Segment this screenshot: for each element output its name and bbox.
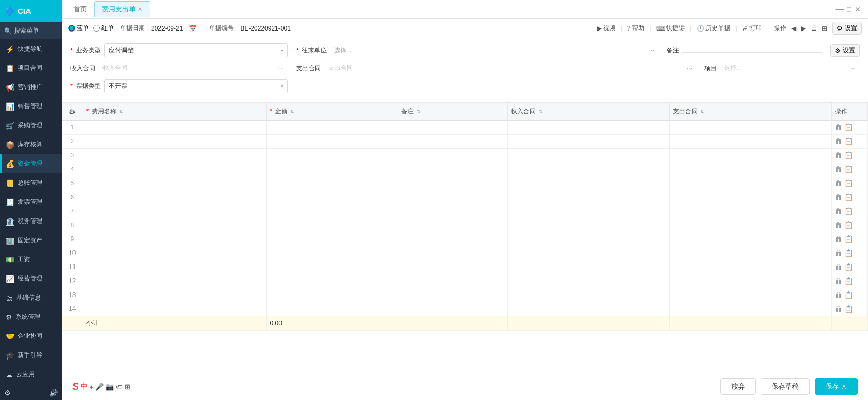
cell-expense-contract[interactable] [670,274,832,288]
cell-expense-name[interactable] [83,149,267,162]
cell-note[interactable] [398,288,508,302]
sidebar-item-cloud-apps[interactable]: ☁ 云应用 [0,365,62,384]
history-btn[interactable]: 🕐 历史单据 [697,24,730,33]
cell-amount[interactable] [267,176,398,190]
cell-amount[interactable] [267,246,398,260]
cell-amount[interactable] [267,260,398,274]
discard-button[interactable]: 放弃 [720,378,756,395]
sidebar-item-new-guide[interactable]: 🎓 新手引导 [0,346,62,365]
delete-icon[interactable]: 🗑 [835,207,842,215]
cell-note[interactable] [398,149,508,162]
cell-note[interactable] [398,274,508,288]
maximize-btn[interactable]: □ [847,5,851,13]
copy-icon[interactable]: 📋 [844,235,853,243]
copy-icon[interactable]: 📋 [844,291,853,299]
cell-income-contract[interactable] [508,204,670,218]
expense-contract-input[interactable]: 支出合同 ··· [324,62,696,75]
income-contract-more-icon[interactable]: ··· [278,65,284,72]
cell-amount[interactable] [267,302,398,316]
save-button[interactable]: 保存 ∧ [815,378,858,395]
delete-icon[interactable]: 🗑 [835,277,842,285]
operate-btn[interactable]: 操作 [774,24,786,33]
cell-expense-contract[interactable] [670,135,832,149]
col-settings-btn[interactable]: ⚙ [69,108,76,116]
cell-expense-name[interactable] [83,218,267,232]
grid-view-btn[interactable]: ⊞ [822,25,827,32]
delete-icon[interactable]: 🗑 [835,193,842,201]
delete-icon[interactable]: 🗑 [835,179,842,187]
cell-expense-name[interactable] [83,232,267,246]
cell-expense-name[interactable] [83,246,267,260]
delete-icon[interactable]: 🗑 [835,151,842,159]
cell-expense-name[interactable] [83,162,267,176]
cell-expense-contract[interactable] [670,302,832,316]
sidebar-item-project-contract[interactable]: 📋 项目合同 [0,58,62,78]
sidebar-item-invoice[interactable]: 🧾 发票管理 [0,192,62,212]
form-settings-button[interactable]: ⚙ 设置 [830,44,860,57]
sidebar-search[interactable]: 🔍 搜索菜单 [0,22,62,39]
sidebar-item-fixed-assets[interactable]: 🏢 固定资产 [0,231,62,250]
cell-amount[interactable] [267,149,398,162]
note-input[interactable] [682,48,822,53]
settings-icon[interactable]: ⚙ [4,389,11,397]
cell-amount[interactable] [267,135,398,149]
sidebar-logo[interactable]: 🔷 CIA [0,0,62,22]
cell-income-contract[interactable] [508,288,670,302]
delete-icon[interactable]: 🗑 [835,123,842,131]
cell-expense-name[interactable] [83,260,267,274]
cell-income-contract[interactable] [508,218,670,232]
cell-income-contract[interactable] [508,176,670,190]
cell-expense-contract[interactable] [670,288,832,302]
counterpart-more-icon[interactable]: ··· [649,47,654,54]
cell-amount[interactable] [267,288,398,302]
cell-expense-contract[interactable] [670,246,832,260]
tab-expense[interactable]: 费用支出单 ✕ [94,1,150,17]
cell-income-contract[interactable] [508,190,670,204]
copy-icon[interactable]: 📋 [844,305,853,313]
cell-note[interactable] [398,162,508,176]
cell-expense-contract[interactable] [670,162,832,176]
cell-expense-contract[interactable] [670,149,832,162]
business-type-select[interactable]: 应付调整 ▾ [104,43,288,57]
delete-icon[interactable]: 🗑 [835,235,842,243]
sidebar-item-sales[interactable]: 📊 销售管理 [0,97,62,116]
copy-icon[interactable]: 📋 [844,221,853,229]
cell-note[interactable] [398,190,508,204]
cell-note[interactable] [398,302,508,316]
cell-income-contract[interactable] [508,232,670,246]
print-btn[interactable]: 🖨 打印 [742,24,762,33]
cell-amount[interactable] [267,274,398,288]
cell-amount[interactable] [267,162,398,176]
sidebar-item-marketing[interactable]: 📢 营销推广 [0,78,62,97]
copy-icon[interactable]: 📋 [844,123,853,131]
cell-expense-contract[interactable] [670,218,832,232]
cell-amount[interactable] [267,121,398,135]
save-draft-button[interactable]: 保存草稿 [761,378,810,395]
sidebar-item-enterprise[interactable]: 🤝 企业协同 [0,327,62,346]
cell-expense-contract[interactable] [670,204,832,218]
copy-icon[interactable]: 📋 [844,179,853,187]
cell-amount[interactable] [267,232,398,246]
cell-amount[interactable] [267,204,398,218]
cell-income-contract[interactable] [508,149,670,162]
calendar-icon[interactable]: 📅 [189,25,197,32]
copy-icon[interactable]: 📋 [844,193,853,201]
project-more-icon[interactable]: ··· [850,65,856,72]
col-settings[interactable]: ⚙ [62,103,83,121]
sidebar-item-payroll[interactable]: 💵 工资 [0,250,62,269]
cell-amount[interactable] [267,218,398,232]
settings-button[interactable]: ⚙ 设置 [832,22,862,35]
copy-icon[interactable]: 📋 [844,263,853,271]
list-view-btn[interactable]: ☰ [811,25,817,32]
cell-expense-name[interactable] [83,176,267,190]
cell-note[interactable] [398,218,508,232]
video-btn[interactable]: ▶ 视频 [597,24,615,33]
sidebar-item-basic-info[interactable]: 🗂 基础信息 [0,288,62,307]
cell-expense-contract[interactable] [670,232,832,246]
copy-icon[interactable]: 📋 [844,137,853,145]
cell-note[interactable] [398,260,508,274]
cell-note[interactable] [398,121,508,135]
cell-expense-contract[interactable] [670,176,832,190]
copy-icon[interactable]: 📋 [844,249,853,257]
cell-expense-name[interactable] [83,204,267,218]
